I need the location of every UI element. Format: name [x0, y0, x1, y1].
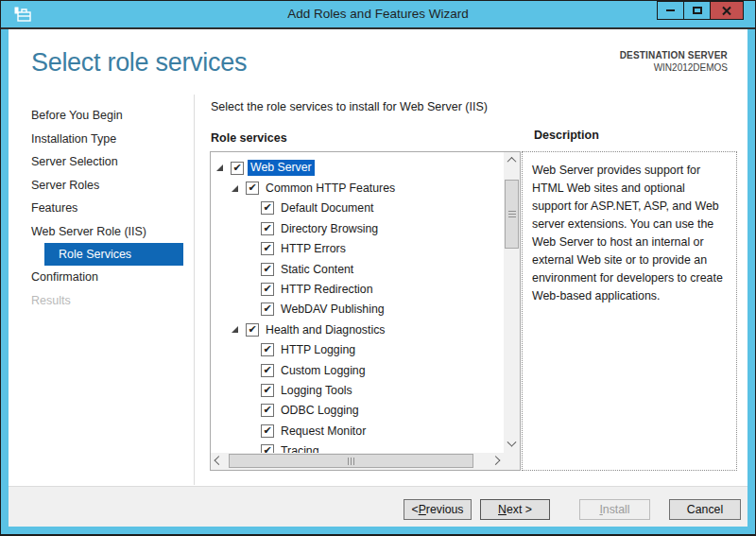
- checkbox-http-errors[interactable]: ✔: [261, 242, 274, 255]
- scroll-down-button[interactable]: [504, 437, 520, 453]
- wizard-steps-nav: Before You BeginInstallation TypeServer …: [9, 104, 194, 312]
- tree-row-http-logging[interactable]: ✔HTTP Logging: [211, 340, 504, 360]
- sidebar-item-server-roles[interactable]: Server Roles: [9, 174, 194, 198]
- tree-label-http-redirection[interactable]: HTTP Redirection: [281, 283, 373, 296]
- sidebar-item-confirmation[interactable]: Confirmation: [9, 266, 194, 289]
- horizontal-scrollbar[interactable]: [211, 453, 504, 470]
- window-frame: Add Roles and Features Wizard Select rol…: [1, 1, 755, 534]
- checkbox-static-content[interactable]: ✔: [261, 263, 274, 276]
- tree-row-tracing[interactable]: ✔Tracing: [211, 441, 504, 453]
- sidebar-item-results: Results: [9, 289, 194, 313]
- tree-row-directory-browsing[interactable]: ✔Directory Browsing: [211, 218, 504, 238]
- titlebar[interactable]: Add Roles and Features Wizard: [1, 1, 755, 27]
- tree-label-health-and-diagnostics[interactable]: Health and Diagnostics: [266, 323, 385, 337]
- destination-server-block: DESTINATION SERVER WIN2012DEMOS: [620, 49, 728, 74]
- tree-label-directory-browsing[interactable]: Directory Browsing: [281, 222, 378, 235]
- checkbox-health-and-diagnostics[interactable]: ✔: [246, 323, 259, 337]
- cancel-button[interactable]: Cancel: [669, 499, 741, 520]
- window-title: Add Roles and Features Wizard: [1, 7, 755, 21]
- tree-row-request-monitor[interactable]: ✔Request Monitor: [211, 421, 504, 441]
- checkbox-custom-logging[interactable]: ✔: [261, 364, 274, 377]
- tree-label-tracing[interactable]: Tracing: [281, 444, 319, 453]
- tree-label-logging-tools[interactable]: Logging Tools: [281, 384, 352, 397]
- tree-label-odbc-logging[interactable]: ODBC Logging: [281, 404, 359, 417]
- tree-label-static-content[interactable]: Static Content: [281, 263, 353, 276]
- maximize-button[interactable]: [683, 1, 710, 20]
- role-services-tree: ✔Web Server✔Common HTTP Features✔Default…: [210, 151, 521, 471]
- next-button[interactable]: Next >: [480, 499, 550, 520]
- previous-button[interactable]: < Previous: [404, 499, 472, 520]
- tree-row-default-document[interactable]: ✔Default Document: [211, 199, 504, 218]
- footer-bar: < PreviousNext >InstallCancel: [9, 487, 747, 527]
- description-heading: Description: [534, 129, 599, 142]
- checkbox-http-logging[interactable]: ✔: [261, 343, 274, 356]
- checkbox-logging-tools[interactable]: ✔: [261, 384, 274, 397]
- close-icon: [721, 6, 732, 16]
- chevron-up-icon: [507, 157, 517, 166]
- sidebar-item-server-selection[interactable]: Server Selection: [9, 150, 194, 174]
- tree-label-default-document[interactable]: Default Document: [281, 201, 373, 215]
- checkbox-tracing[interactable]: ✔: [261, 444, 274, 453]
- tree-label-webdav-publishing[interactable]: WebDAV Publishing: [281, 303, 385, 316]
- maximize-icon: [693, 7, 702, 14]
- minimize-icon: [666, 9, 675, 11]
- thumb-grip-icon: [508, 211, 516, 218]
- thumb-grip-icon: [348, 458, 355, 465]
- sidebar-item-before-you-begin[interactable]: Before You Begin: [9, 104, 194, 128]
- scroll-up-button[interactable]: [504, 152, 520, 168]
- checkbox-web-server[interactable]: ✔: [231, 162, 244, 175]
- sidebar-separator: [194, 95, 195, 485]
- checkbox-directory-browsing[interactable]: ✔: [261, 222, 274, 235]
- tree-label-web-server[interactable]: Web Server: [248, 160, 315, 176]
- checkbox-request-monitor[interactable]: ✔: [261, 424, 274, 438]
- page-title: Select role services: [31, 48, 247, 78]
- tree-row-odbc-logging[interactable]: ✔ODBC Logging: [211, 401, 504, 421]
- tree-label-http-logging[interactable]: HTTP Logging: [281, 343, 355, 356]
- expander-icon[interactable]: [216, 164, 223, 171]
- close-button[interactable]: [710, 1, 744, 20]
- tree-row-logging-tools[interactable]: ✔Logging Tools: [211, 380, 504, 400]
- tree-row-health-and-diagnostics[interactable]: ✔Health and Diagnostics: [211, 320, 504, 339]
- vertical-scrollbar[interactable]: [504, 152, 520, 453]
- minimize-button[interactable]: [657, 1, 683, 20]
- expander-icon[interactable]: [232, 185, 238, 192]
- destination-server-label: DESTINATION SERVER: [620, 49, 728, 61]
- checkbox-common-http-features[interactable]: ✔: [246, 182, 259, 195]
- scroll-right-button[interactable]: [488, 453, 504, 470]
- expander-icon[interactable]: [232, 326, 238, 333]
- vertical-scrollbar-thumb[interactable]: [505, 180, 519, 249]
- description-panel: Web Server provides support for HTML Web…: [522, 151, 737, 471]
- chevron-down-icon: [507, 438, 517, 447]
- tree-row-web-server[interactable]: ✔Web Server: [211, 158, 504, 178]
- sidebar-item-features[interactable]: Features: [9, 197, 194, 220]
- tree-row-http-errors[interactable]: ✔HTTP Errors: [211, 239, 504, 259]
- sidebar-item-installation-type[interactable]: Installation Type: [9, 128, 194, 151]
- sidebar-item-role-services[interactable]: Role Services: [44, 243, 183, 266]
- tree-rows-viewport: ✔Web Server✔Common HTTP Features✔Default…: [211, 152, 504, 453]
- horizontal-scrollbar-thumb[interactable]: [229, 454, 473, 468]
- tree-row-webdav-publishing[interactable]: ✔WebDAV Publishing: [211, 300, 504, 320]
- scroll-left-button[interactable]: [211, 453, 227, 470]
- tree-row-common-http-features[interactable]: ✔Common HTTP Features: [211, 178, 504, 198]
- instruction-text: Select the role services to install for …: [211, 100, 488, 113]
- tree-row-http-redirection[interactable]: ✔HTTP Redirection: [211, 279, 504, 299]
- tree-label-request-monitor[interactable]: Request Monitor: [281, 424, 366, 438]
- chevron-right-icon: [491, 456, 501, 465]
- checkbox-default-document[interactable]: ✔: [261, 201, 274, 215]
- tree-label-common-http-features[interactable]: Common HTTP Features: [266, 182, 395, 195]
- chevron-left-icon: [215, 456, 224, 465]
- destination-server-name: WIN2012DEMOS: [620, 61, 728, 74]
- checkbox-odbc-logging[interactable]: ✔: [261, 404, 274, 417]
- tree-label-custom-logging[interactable]: Custom Logging: [281, 364, 366, 377]
- checkbox-http-redirection[interactable]: ✔: [261, 283, 274, 296]
- window-controls: [657, 1, 744, 20]
- tree-row-static-content[interactable]: ✔Static Content: [211, 259, 504, 279]
- tree-label-http-errors[interactable]: HTTP Errors: [281, 242, 346, 255]
- footer-buttons: < PreviousNext >InstallCancel: [404, 499, 741, 520]
- checkbox-webdav-publishing[interactable]: ✔: [261, 303, 274, 316]
- role-services-label: Role services: [211, 131, 287, 145]
- add-roles-features-wizard-window: Add Roles and Features Wizard Select rol…: [0, 0, 756, 536]
- tree-row-custom-logging[interactable]: ✔Custom Logging: [211, 360, 504, 380]
- wizard-body: Select role services DESTINATION SERVER …: [9, 29, 747, 527]
- sidebar-item-web-server-role-iis[interactable]: Web Server Role (IIS): [9, 220, 194, 244]
